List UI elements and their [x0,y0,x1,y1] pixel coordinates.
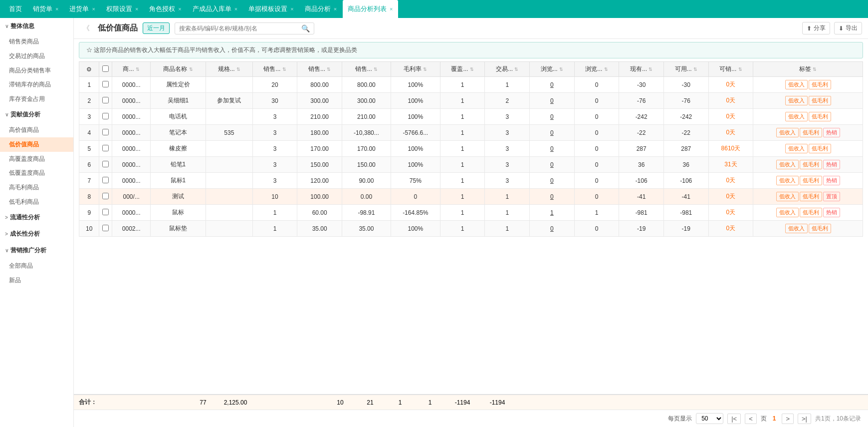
col-available[interactable]: 可用... ⇅ [663,62,708,77]
col-tags[interactable]: 标签 ⇅ [753,62,863,77]
cell-browse1[interactable]: 1 [530,205,575,221]
col-code[interactable]: 商... ⇅ [112,62,150,77]
close-icon[interactable]: × [234,6,237,12]
nav-sales[interactable]: 销货单 × [28,0,63,18]
cell-browse1[interactable]: 0 [530,125,575,141]
cell-browse1[interactable]: 0 [530,221,575,237]
per-page-select[interactable]: 50 100 200 [696,413,723,424]
browse-link[interactable]: 0 [550,81,554,88]
col-checkbox[interactable] [99,62,112,77]
close-icon[interactable]: × [55,6,58,12]
row-checkbox[interactable] [102,81,109,87]
cell-checkbox[interactable] [99,77,112,93]
last-page-button[interactable]: >| [798,414,811,424]
next-page-button[interactable]: > [782,414,794,424]
cell-browse1[interactable]: 0 [530,157,575,173]
col-qty[interactable]: 销售... ⇅ [252,62,297,77]
search-input[interactable] [179,25,301,32]
col-settings[interactable]: ⚙ [79,62,99,77]
browse-link[interactable]: 0 [550,193,554,200]
sidebar-group-overall[interactable]: ∨ 整体信息 [0,18,73,34]
sidebar-group-contribution[interactable]: ∨ 贡献值分析 [0,106,73,123]
cell-browse1[interactable]: 0 [530,189,575,205]
prev-page-button[interactable]: < [745,414,757,424]
date-filter-button[interactable]: 近一月 [143,22,170,34]
sidebar-item-high-value[interactable]: 高价值商品 [0,123,73,137]
cell-checkbox[interactable] [99,189,112,205]
cell-checkbox[interactable] [99,221,112,237]
col-browse2[interactable]: 浏览... ⇅ [574,62,619,77]
browse-link[interactable]: 0 [550,161,554,168]
cell-browse1[interactable]: 0 [530,173,575,189]
nav-template[interactable]: 单据模板设置 × [243,0,298,18]
col-current-stock[interactable]: 现有... ⇅ [619,62,664,77]
col-amount[interactable]: 销售... ⇅ [297,62,342,77]
close-icon[interactable]: × [390,6,393,12]
nav-permissions[interactable]: 权限设置 × [101,0,143,18]
sidebar-item-low-value[interactable]: 低价值商品 [0,137,73,152]
browse-link[interactable]: 0 [550,97,554,104]
close-icon[interactable]: × [334,6,337,12]
cell-browse1[interactable]: 0 [530,77,575,93]
row-checkbox[interactable] [102,177,109,183]
row-checkbox[interactable] [102,129,109,135]
col-browse1[interactable]: 浏览... ⇅ [530,62,575,77]
browse-link[interactable]: 0 [550,129,554,136]
row-checkbox[interactable] [102,145,109,151]
share-button[interactable]: ⬆ 分享 [802,22,830,34]
cell-checkbox[interactable] [99,173,112,189]
browse-link[interactable]: 0 [550,145,554,152]
col-transaction[interactable]: 交易... ⇅ [485,62,530,77]
sidebar-group-growth[interactable]: > 成长性分析 [0,226,73,242]
browse-link[interactable]: 0 [550,113,554,120]
nav-analysis[interactable]: 商品分析 × [300,0,342,18]
col-saleable[interactable]: 可销... ⇅ [708,62,753,77]
row-checkbox[interactable] [102,209,109,215]
col-margin[interactable]: 毛利率 ⇅ [391,62,440,77]
sidebar-item-stock-capital[interactable]: 库存资金占用 [0,92,73,106]
row-checkbox[interactable] [102,225,109,231]
nav-roles[interactable]: 角色授权 × [144,0,186,18]
col-name[interactable]: 商品名称 ⇅ [150,62,206,77]
col-spec[interactable]: 规格... ⇅ [206,62,252,77]
close-icon[interactable]: × [178,6,181,12]
sidebar-item-high-margin[interactable]: 高毛利商品 [0,180,73,195]
cell-checkbox[interactable] [99,157,112,173]
cell-checkbox[interactable] [99,125,112,141]
cell-checkbox[interactable] [99,93,112,109]
search-icon[interactable]: 🔍 [301,24,310,32]
sidebar-item-category-rate[interactable]: 商品分类销售率 [0,63,73,78]
row-checkbox[interactable] [102,97,109,103]
sidebar-item-high-coverage[interactable]: 高覆盖度商品 [0,152,73,166]
select-all-checkbox[interactable] [102,65,109,72]
cell-browse1[interactable]: 0 [530,141,575,157]
nav-home[interactable]: 首页 [4,0,27,18]
browse-link[interactable]: 1 [550,209,554,216]
cell-checkbox[interactable] [99,205,112,221]
sidebar-item-slow-moving[interactable]: 滞销库存的商品 [0,77,73,92]
close-icon[interactable]: × [92,6,95,12]
close-icon[interactable]: × [290,6,293,12]
sidebar-group-marketing[interactable]: ∨ 营销推广分析 [0,242,73,259]
close-icon[interactable]: × [135,6,138,12]
sidebar-item-new-products[interactable]: 新品 [0,273,73,288]
cell-browse1[interactable]: 0 [530,109,575,125]
nav-purchase[interactable]: 进货单 × [64,0,100,18]
col-avg-price[interactable]: 销售... ⇅ [342,62,391,77]
row-checkbox[interactable] [102,113,109,119]
sidebar-item-traded[interactable]: 交易过的商品 [0,49,73,63]
sidebar-item-all-products[interactable]: 全部商品 [0,259,73,273]
row-checkbox[interactable] [102,193,109,199]
row-checkbox[interactable] [102,161,109,167]
first-page-button[interactable]: |< [727,414,741,424]
nav-analysis-list[interactable]: 商品分析列表 × [343,0,398,18]
cell-checkbox[interactable] [99,141,112,157]
sidebar-group-flow[interactable]: > 流通性分析 [0,209,73,226]
cell-checkbox[interactable] [99,109,112,125]
browse-link[interactable]: 0 [550,225,554,232]
collapse-button[interactable]: 《 [80,23,93,34]
export-button[interactable]: ⬇ 导出 [834,22,862,34]
sidebar-item-low-coverage[interactable]: 低覆盖度商品 [0,166,73,180]
nav-stock-in[interactable]: 产成品入库单 × [188,0,242,18]
cell-browse1[interactable]: 0 [530,93,575,109]
